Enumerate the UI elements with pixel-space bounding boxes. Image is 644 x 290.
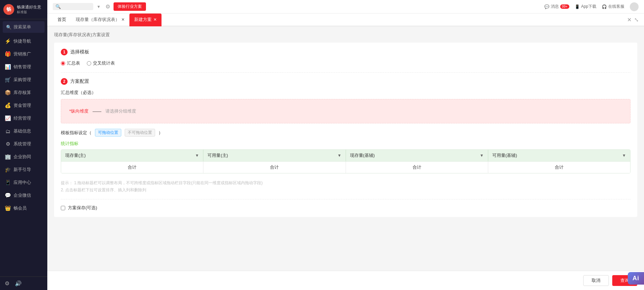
sidebar-item-enterprise[interactable]: 🏢 企业协同	[0, 150, 47, 163]
sidebar-label-sales: 销售管理	[14, 64, 31, 70]
radio-summary[interactable]: 汇总表	[61, 60, 80, 66]
dimension-row: *纵向维度 —— 请选择分组维度	[69, 108, 136, 114]
basic-info-icon: 🗂	[5, 128, 11, 134]
stats-table-header: 现存量(主) ▼ 可用量(主) ▼ 现存量(基辅) ▼ 可用量(基辅)	[61, 150, 630, 161]
sidebar-item-basic-info[interactable]: 🗂 基础信息	[0, 125, 47, 138]
stats-col-0[interactable]: 现存量(主) ▼	[61, 150, 203, 161]
stats-col-label-3: 可用量(基辅)	[492, 152, 517, 159]
sidebar-item-system[interactable]: ⚙ 系统管理	[0, 138, 47, 150]
save-plan-checkbox[interactable]	[61, 206, 65, 210]
indicator-movable-badge: 可拖动位置	[95, 129, 121, 137]
tab-expand-icon[interactable]: ⤡	[634, 17, 639, 23]
tip-1: 提示： 1.拖动标题栏可以调整布局，不可跨维度或指标区域拖动栏目字段(只能在同一…	[61, 180, 630, 186]
sidebar-item-wechat[interactable]: 💬 企业微信	[0, 189, 47, 202]
app-center-icon: 📱	[5, 179, 11, 186]
user-avatar[interactable]	[630, 2, 639, 11]
sidebar-label-wechat: 企业微信	[14, 192, 31, 198]
stats-cell-1: 合计	[203, 162, 346, 173]
stats-col-chevron-0[interactable]: ▼	[195, 153, 199, 158]
sidebar-item-quick-nav[interactable]: ⚡ 快捷导航	[0, 35, 47, 48]
messages-button[interactable]: 💬 消息 99+	[544, 4, 569, 9]
stats-col-label-1: 可用量(主)	[207, 152, 228, 159]
cancel-button[interactable]: 取消	[583, 275, 609, 286]
indicator-settings-suffix: ）	[158, 130, 163, 136]
main-area: 🔍 ▼ ⚙ 体验行业方案 💬 消息 99+ 📱 App下载 🎧 在线客服	[47, 0, 644, 290]
online-service-button[interactable]: 🎧 在线客服	[602, 4, 624, 9]
stats-col-2[interactable]: 现存量(基辅) ▼	[346, 150, 488, 161]
dimension-section-label: 汇总维度（必选）	[61, 90, 630, 96]
step2-number: 2	[61, 78, 68, 85]
finance-icon: 💰	[5, 102, 11, 108]
stats-col-chevron-2[interactable]: ▼	[480, 153, 484, 158]
newbie-icon: 🎓	[5, 167, 11, 173]
tip-2: 2. 点击标题栏下拉可设置排序、插入列和删除列	[61, 187, 630, 193]
tab-bar: 首页 现存量（库存状况表） ✕ 新建方案 ✕ ✕ ⤡	[47, 14, 644, 26]
tab-inventory-close-icon[interactable]: ✕	[121, 17, 125, 22]
app-download-icon: 📱	[575, 4, 580, 9]
messages-label: 消息	[551, 4, 559, 9]
header-search-input[interactable]	[63, 4, 90, 9]
audio-icon[interactable]: 🔊	[15, 280, 22, 287]
header-right: 💬 消息 99+ 📱 App下载 🎧 在线客服	[544, 2, 639, 11]
sidebar-item-finance[interactable]: 💰 资金管理	[0, 99, 47, 112]
search-icon: 🔍	[6, 25, 11, 30]
stats-col-3[interactable]: 可用量(基辅) ▼	[488, 150, 630, 161]
stats-cell-3: 合计	[488, 162, 630, 173]
sidebar-footer: ⚙ 🔊	[0, 276, 47, 290]
stats-table: 现存量(主) ▼ 可用量(主) ▼ 现存量(基辅) ▼ 可用量(基辅)	[61, 149, 630, 173]
sidebar-label-system: 系统管理	[14, 141, 31, 147]
header-search-box[interactable]: 🔍	[53, 3, 93, 10]
dimension-box[interactable]: *纵向维度 —— 请选择分组维度	[61, 99, 630, 123]
sidebar-item-app-center[interactable]: 📱 应用中心	[0, 176, 47, 189]
sidebar-label-enterprise: 企业协同	[14, 154, 31, 160]
divider-2	[61, 199, 630, 199]
sidebar-label-business: 经营管理	[14, 115, 31, 121]
sidebar: 畅 畅康通好生意 标准版 🔍 搜索菜单 ⚡ 快捷导航 🎁 营销推广 📊 销售管理…	[0, 0, 47, 290]
stats-col-1[interactable]: 可用量(主) ▼	[203, 150, 346, 161]
service-icon: 🎧	[602, 4, 607, 9]
tab-home[interactable]: 首页	[53, 14, 71, 26]
sidebar-item-newbie[interactable]: 🎓 新手引导	[0, 163, 47, 176]
tab-new-plan[interactable]: 新建方案 ✕	[129, 14, 162, 26]
indicator-settings-row: 模板指标设定（ 可拖动位置 不可拖动位置 ）	[61, 129, 630, 137]
radio-cross-label: 交叉统计表	[93, 60, 115, 66]
dimension-placeholder: 请选择分组维度	[105, 108, 136, 114]
sidebar-item-sales[interactable]: 📊 销售管理	[0, 61, 47, 73]
step2-header: 2 方案配置	[61, 78, 630, 85]
sidebar-item-inventory[interactable]: 📦 库存核算	[0, 86, 47, 99]
system-icon: ⚙	[5, 141, 11, 147]
sidebar-item-vip[interactable]: 👑 畅会员	[0, 202, 47, 215]
settings-icon[interactable]: ⚙	[5, 280, 9, 287]
tab-inventory-status[interactable]: 现存量（库存状况表） ✕	[71, 14, 129, 26]
tab-new-plan-close-icon[interactable]: ✕	[153, 17, 157, 22]
ai-badge[interactable]: Ai	[628, 272, 644, 285]
app-download-button[interactable]: 📱 App下载	[575, 4, 596, 9]
sidebar-label-newbie: 新手引导	[14, 167, 31, 173]
radio-cross[interactable]: 交叉统计表	[87, 60, 115, 66]
sidebar-item-marketing[interactable]: 🎁 营销推广	[0, 48, 47, 61]
header-gear-icon[interactable]: ⚙	[105, 3, 110, 10]
step1-header: 1 选择模板	[61, 49, 630, 55]
stats-section-label: 统计指标	[61, 141, 630, 147]
service-label: 在线客服	[608, 4, 624, 9]
sales-icon: 📊	[5, 64, 11, 70]
radio-cross-input[interactable]	[87, 61, 91, 66]
tab-close-icon[interactable]: ✕	[627, 17, 631, 23]
sidebar-label-inventory: 库存核算	[14, 90, 31, 96]
radio-summary-input[interactable]	[61, 61, 65, 66]
sidebar-label-quick-nav: 快捷导航	[14, 38, 31, 44]
quick-nav-icon: ⚡	[5, 38, 11, 44]
industry-solution-button[interactable]: 体验行业方案	[114, 2, 146, 11]
step2-block: 2 方案配置 汇总维度（必选） *纵向维度 —— 请选择分组维度 模板指标设定（…	[61, 78, 630, 193]
stats-col-label-0: 现存量(主)	[65, 152, 86, 159]
dimension-label-red: *纵向维度	[69, 108, 89, 114]
sidebar-search-btn[interactable]: 🔍 搜索菜单	[3, 21, 45, 33]
sidebar-item-business[interactable]: 📈 经营管理	[0, 112, 47, 125]
stats-col-chevron-1[interactable]: ▼	[338, 153, 342, 158]
vip-icon: 👑	[5, 205, 11, 211]
sidebar-item-purchase[interactable]: 🛒 采购管理	[0, 73, 47, 86]
header-chevron-icon[interactable]: ▼	[97, 4, 101, 9]
step1-title: 选择模板	[70, 49, 89, 55]
header-search-icon: 🔍	[55, 4, 61, 9]
stats-col-chevron-3[interactable]: ▼	[622, 153, 626, 158]
